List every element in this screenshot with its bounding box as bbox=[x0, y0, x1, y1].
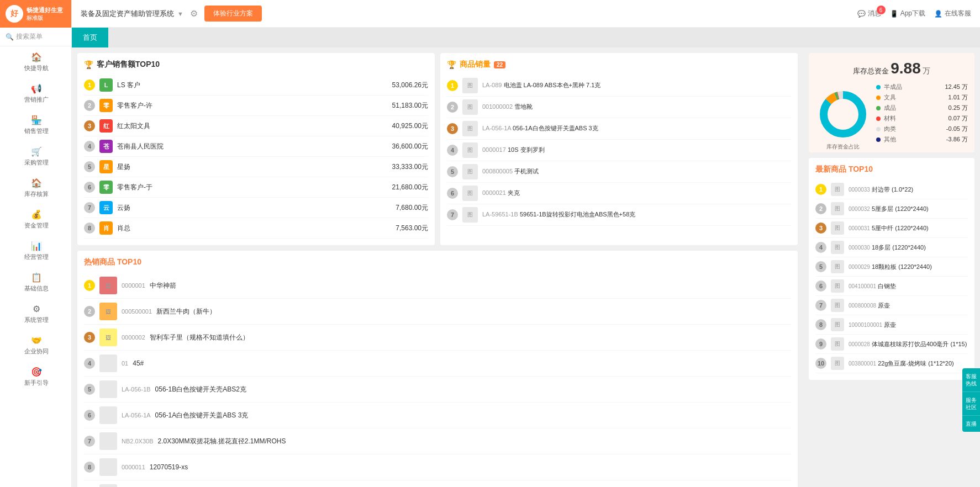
sidebar-item-marketing[interactable]: 📢 营销推广 bbox=[0, 78, 71, 109]
tab-home[interactable]: 首页 bbox=[72, 28, 108, 47]
search-menu[interactable]: 🔍 搜索菜单 bbox=[0, 28, 71, 46]
customer-name: LS 客户 bbox=[117, 81, 388, 90]
home-icon: 🏠 bbox=[31, 52, 42, 62]
rank-number: 5 bbox=[815, 261, 826, 272]
rank-number: 8 bbox=[84, 223, 95, 234]
new-product-code: 004100001 bbox=[849, 283, 876, 289]
customer-value: 51,183.00元 bbox=[392, 101, 428, 110]
legend-name: 材料 bbox=[876, 114, 949, 123]
content-area: 🏆 客户销售额TOP10 1 L LS 客户 53,006.26元 2 零 零售… bbox=[72, 47, 980, 487]
operations-icon: 📊 bbox=[31, 241, 42, 251]
legend-item: 肉类 -0.05 万 bbox=[876, 125, 968, 133]
sidebar-item-sales[interactable]: 🏪 销售管理 bbox=[0, 109, 71, 141]
product-ranking-title: 🏆 商品销量 22 bbox=[447, 60, 791, 70]
customer-name: 苍南县人民医院 bbox=[117, 142, 388, 151]
sidebar-item-home[interactable]: 🏠 快捷导航 bbox=[0, 46, 71, 78]
customer-avatar: 红 bbox=[99, 119, 113, 133]
trophy-icon: 🏆 bbox=[84, 60, 93, 69]
basic-icon: 📋 bbox=[31, 272, 42, 283]
topbar-right: 💬 消息 6 📱 App下载 👤 在线客服 bbox=[857, 9, 971, 18]
inventory-legend: 半成品 12.45 万 文具 1.01 万 成品 0.25 万 材料 0.07 … bbox=[876, 83, 968, 146]
rank-number: 2 bbox=[84, 100, 95, 111]
customer-rank-item: 4 苍 苍南县人民医院 36,600.00元 bbox=[84, 136, 428, 157]
customer-avatar: L bbox=[99, 78, 113, 92]
rank-number: 8 bbox=[815, 319, 826, 330]
new-product-info: 0000032 5厘多层 (1220*2440) bbox=[849, 205, 968, 213]
new-product-item: 7 图 000800008 原壶 bbox=[815, 296, 968, 315]
settings-icon[interactable]: ⚙ bbox=[190, 8, 198, 19]
new-product-img: 图 bbox=[831, 241, 844, 254]
float-button[interactable]: 服务 社区 bbox=[962, 392, 980, 416]
product-rank-item: 4 图 0000017 10S 变刹罗刹 bbox=[447, 140, 791, 161]
sidebar-item-operations[interactable]: 📊 经营管理 bbox=[0, 235, 71, 267]
rank-number: 6 bbox=[815, 280, 826, 292]
customer-value: 36,600.00元 bbox=[392, 142, 428, 151]
new-product-name-text: 5厘多层 (1220*2440) bbox=[872, 205, 929, 212]
hot-product-img bbox=[99, 406, 117, 424]
legend-dot bbox=[876, 85, 881, 89]
rank-number: 4 bbox=[815, 242, 826, 253]
rank-number: 4 bbox=[84, 358, 95, 369]
product-name: 夹克 bbox=[508, 189, 520, 196]
new-product-name-text: 原壶 bbox=[884, 321, 896, 328]
customer-name: 星扬 bbox=[117, 162, 388, 172]
float-button[interactable]: 直播 bbox=[962, 416, 980, 432]
customer-name: 红太阳文具 bbox=[117, 121, 388, 131]
product-img: 图 bbox=[462, 186, 478, 201]
new-product-img: 图 bbox=[831, 260, 844, 273]
new-product-item: 9 图 0000028 体城嘉枝味苏打饮品400毫升 (1*15) bbox=[815, 335, 968, 354]
new-product-img: 图 bbox=[831, 299, 844, 312]
sidebar-item-guide[interactable]: 🎯 新手引导 bbox=[0, 361, 71, 393]
legend-item: 成品 0.25 万 bbox=[876, 104, 968, 112]
legend-value: -3.86 万 bbox=[946, 135, 968, 144]
hot-product-img bbox=[99, 380, 117, 398]
right-panel: 库存总资金 9.88 万 bbox=[803, 47, 980, 487]
new-product-img: 图 bbox=[831, 202, 844, 215]
rank-number: 5 bbox=[84, 161, 95, 172]
rank-number: 7 bbox=[84, 436, 95, 447]
sidebar-item-inventory[interactable]: 🏠 库存核算 bbox=[0, 172, 71, 204]
float-buttons: 客服 热线服务 社区直播 bbox=[962, 368, 980, 432]
sidebar-item-collab[interactable]: 🤝 企业协同 bbox=[0, 330, 71, 361]
messages-button[interactable]: 💬 消息 6 bbox=[857, 9, 881, 18]
float-button[interactable]: 客服 热线 bbox=[962, 368, 980, 392]
system-icon: ⚙ bbox=[33, 304, 40, 314]
hot-product-name: 智利车子里（规格不知道填什么） bbox=[150, 333, 791, 342]
message-icon: 💬 bbox=[857, 10, 866, 18]
rank-number: 9 bbox=[815, 338, 826, 350]
sidebar-item-system[interactable]: ⚙ 系统管理 bbox=[0, 298, 71, 330]
hot-product-img bbox=[99, 354, 117, 372]
customer-value: 40,925.00元 bbox=[392, 121, 428, 131]
new-product-item: 6 图 004100001 白钢垫 bbox=[815, 277, 968, 296]
sidebar-item-finance[interactable]: 💰 资金管理 bbox=[0, 204, 71, 235]
sales-icon: 🏪 bbox=[31, 115, 42, 125]
phone-icon: 📱 bbox=[890, 10, 898, 18]
online-service-button[interactable]: 👤 在线客服 bbox=[934, 9, 971, 18]
product-code: 001000002 bbox=[482, 103, 513, 110]
hot-product-item: 4 01 45# bbox=[84, 351, 791, 377]
rank-number: 7 bbox=[84, 202, 95, 213]
product-img: 图 bbox=[462, 164, 478, 179]
rank-number: 4 bbox=[447, 145, 458, 156]
rank-number: 8 bbox=[84, 462, 95, 473]
new-product-item: 1 图 0000033 封边带 (1.0*22) bbox=[815, 180, 968, 199]
trial-button[interactable]: 体验行业方案 bbox=[204, 6, 262, 22]
product-img: 图 bbox=[462, 142, 478, 158]
app-download-button[interactable]: 📱 App下载 bbox=[890, 9, 925, 18]
rank-number: 3 bbox=[84, 120, 95, 131]
new-product-info: 000800008 原壶 bbox=[849, 301, 968, 310]
product-rank-item: 5 图 000800005 手机测试 bbox=[447, 161, 791, 183]
product-rank-item: 2 图 001000002 雪地靴 bbox=[447, 97, 791, 118]
legend-dot bbox=[876, 117, 881, 121]
product-rank-item: 3 图 LA-056-1A 056-1A白色按键开关盖ABS 3克 bbox=[447, 118, 791, 140]
legend-item: 其他 -3.86 万 bbox=[876, 135, 968, 144]
sidebar-item-basic[interactable]: 📋 基础信息 bbox=[0, 267, 71, 298]
dropdown-arrow-icon[interactable]: ▼ bbox=[177, 10, 183, 17]
sidebar-item-purchase[interactable]: 🛒 采购管理 bbox=[0, 141, 71, 172]
hot-product-code: LA-056-1B bbox=[122, 386, 151, 393]
sidebar-nav: 🏠 快捷导航 📢 营销推广 🏪 销售管理 🛒 采购管理 🏠 库存核算 💰 资金管… bbox=[0, 46, 71, 487]
new-product-info: 0000031 5厘中纤 (1220*2440) bbox=[849, 224, 968, 232]
rank-number: 1 bbox=[84, 80, 95, 91]
rank-number: 2 bbox=[815, 203, 826, 214]
new-products-card: 最新商品 TOP10 1 图 0000033 封边带 (1.0*22) 2 图 … bbox=[809, 158, 974, 380]
